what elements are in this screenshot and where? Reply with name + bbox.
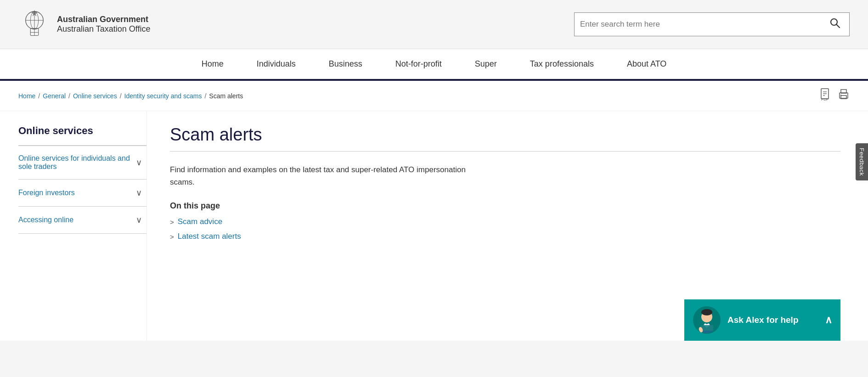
breadcrumb-bar: Home / General / Online services / Ident…: [0, 81, 868, 111]
page-title: Scam alerts: [170, 125, 840, 145]
breadcrumb-general[interactable]: General: [43, 92, 66, 100]
ato-name-label: Australian Taxation Office: [57, 24, 150, 34]
svg-point-22: [701, 309, 712, 315]
breadcrumb-sep-3: /: [120, 92, 122, 100]
chevron-down-icon-1: ∨: [136, 158, 142, 168]
feedback-tab[interactable]: Feedback: [856, 143, 868, 180]
sidebar-link-online-services-individuals[interactable]: Online services for individuals and sole…: [18, 154, 132, 171]
svg-point-18: [840, 95, 841, 96]
svg-text:PDF: PDF: [821, 97, 829, 101]
alex-widget: Ask Alex for help ∧: [684, 299, 840, 341]
breadcrumb-sep-4: /: [204, 92, 206, 100]
alex-avatar-icon: [693, 306, 721, 334]
search-bar: [574, 12, 850, 36]
sidebar-item-foreign-investors[interactable]: Foreign investors ∨: [18, 180, 147, 207]
sidebar: Online services Online services for indi…: [0, 111, 147, 341]
svg-line-9: [837, 25, 840, 28]
content-area: Online services Online services for indi…: [0, 111, 868, 341]
page-description: Find information and examples on the lat…: [170, 163, 482, 188]
on-this-page-label: On this page: [170, 201, 840, 211]
pdf-icon: PDF: [820, 88, 831, 101]
alex-widget-text: Ask Alex for help: [727, 315, 818, 325]
nav-item-business[interactable]: Business: [312, 49, 379, 81]
search-input[interactable]: [580, 20, 826, 29]
toc-arrow-icon-1: >: [170, 218, 174, 226]
toc-item-scam-advice: > Scam advice: [170, 217, 840, 226]
nav-item-super[interactable]: Super: [458, 49, 513, 81]
breadcrumb-online-services[interactable]: Online services: [73, 92, 117, 100]
breadcrumb-sep-2: /: [68, 92, 70, 100]
main-content: Scam alerts Find information and example…: [147, 111, 868, 341]
site-header: Australian Government Australian Taxatio…: [0, 0, 868, 49]
print-button[interactable]: [838, 88, 850, 103]
toc-arrow-icon-2: >: [170, 233, 174, 241]
toc-link-scam-advice[interactable]: Scam advice: [178, 217, 222, 226]
page-title-divider: [170, 151, 840, 152]
nav-item-individuals[interactable]: Individuals: [240, 49, 312, 81]
breadcrumb-current: Scam alerts: [209, 92, 243, 100]
toc-item-latest-scam-alerts: > Latest scam alerts: [170, 232, 840, 241]
chevron-down-icon-2: ∨: [136, 188, 142, 198]
breadcrumb-sep-1: /: [38, 92, 40, 100]
print-icon: [838, 89, 850, 100]
breadcrumb-actions: PDF: [820, 88, 850, 103]
nav-item-about-ato[interactable]: About ATO: [610, 49, 683, 81]
breadcrumb-home[interactable]: Home: [18, 92, 35, 100]
breadcrumb-identity-security[interactable]: Identity security and scams: [124, 92, 202, 100]
nav-item-tax-professionals[interactable]: Tax professionals: [513, 49, 610, 81]
search-button[interactable]: [826, 16, 844, 33]
logo-text: Australian Government Australian Taxatio…: [57, 15, 150, 34]
sidebar-item-online-services-individuals[interactable]: Online services for individuals and sole…: [18, 146, 147, 180]
logo-area: Australian Government Australian Taxatio…: [18, 8, 150, 40]
sidebar-item-accessing-online[interactable]: Accessing online ∨: [18, 207, 147, 234]
main-nav: Home Individuals Business Not-for-profit…: [0, 49, 868, 81]
gov-name-label: Australian Government: [57, 15, 150, 24]
breadcrumb: Home / General / Online services / Ident…: [18, 92, 243, 100]
toc-link-latest-scam-alerts[interactable]: Latest scam alerts: [178, 232, 241, 241]
nav-item-home[interactable]: Home: [185, 49, 240, 81]
chevron-down-icon-3: ∨: [136, 215, 142, 225]
sidebar-title: Online services: [18, 125, 147, 137]
sidebar-link-accessing-online[interactable]: Accessing online: [18, 216, 132, 224]
pdf-button[interactable]: PDF: [820, 88, 831, 103]
ato-crest-icon: [18, 8, 51, 40]
search-icon: [830, 18, 840, 28]
sidebar-link-foreign-investors[interactable]: Foreign investors: [18, 189, 132, 197]
alex-widget-close[interactable]: ∧: [825, 314, 832, 326]
nav-item-not-for-profit[interactable]: Not-for-profit: [379, 49, 458, 81]
